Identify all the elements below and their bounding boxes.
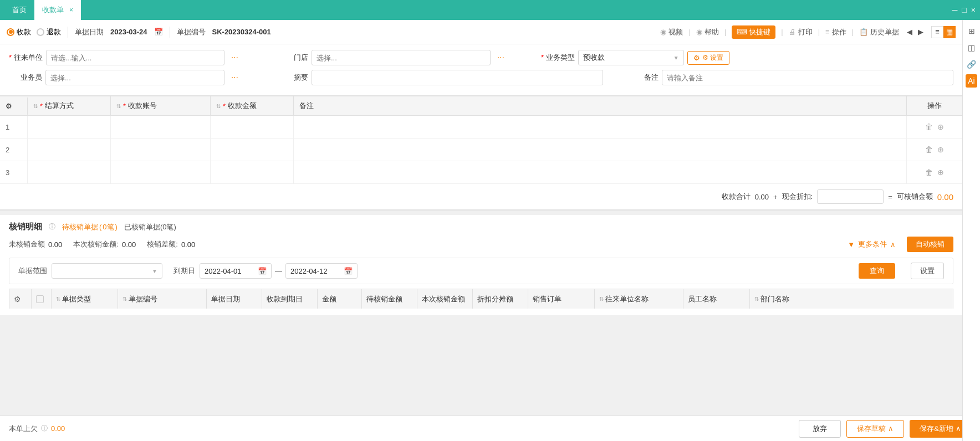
settings-button[interactable]: ⚙ ⚙ 设置 bbox=[687, 51, 729, 65]
abandon-button[interactable]: 放弃 bbox=[799, 420, 841, 438]
history-btn[interactable]: 📋 历史单据 bbox=[859, 27, 899, 37]
right-panel-table-icon[interactable]: ⊞ bbox=[966, 24, 977, 38]
diff-stat: 核销差额: 0.00 bbox=[147, 239, 195, 249]
row-1-settlement[interactable] bbox=[28, 116, 111, 138]
row-3-settlement[interactable] bbox=[28, 161, 111, 183]
bt-col-discount-label: 折扣分摊额 bbox=[477, 294, 513, 304]
row-3-remarks[interactable] bbox=[294, 161, 907, 183]
row-3-account[interactable] bbox=[111, 161, 211, 183]
done-tab[interactable]: 已核销单据(0笔) bbox=[124, 222, 176, 232]
row-2-delete-icon[interactable]: 🗑 bbox=[925, 145, 933, 154]
tab-active-receipt[interactable]: 收款单 × bbox=[34, 0, 81, 20]
bt-col-current-label: 本次核销金额 bbox=[422, 294, 465, 304]
row-3-copy-icon[interactable]: ⊕ bbox=[937, 168, 944, 177]
save-draft-caret: ∧ bbox=[888, 424, 894, 433]
row-1-amount[interactable] bbox=[211, 116, 294, 138]
right-panel-ai-icon[interactable]: Ai bbox=[966, 74, 977, 88]
set-btn[interactable]: 设置 bbox=[911, 263, 944, 279]
tab-home[interactable]: 首页 bbox=[4, 0, 34, 20]
business-type-select[interactable]: 预收款 ▼ bbox=[578, 50, 684, 65]
row-2-settlement[interactable] bbox=[28, 139, 111, 161]
start-cal-icon[interactable]: 📅 bbox=[258, 267, 267, 275]
right-panel-link-icon[interactable]: 🔗 bbox=[964, 58, 978, 71]
range-select[interactable]: ▼ bbox=[52, 263, 162, 279]
remarks-input[interactable] bbox=[662, 70, 953, 85]
row-3-delete-icon[interactable]: 🗑 bbox=[925, 168, 933, 177]
discount-input[interactable] bbox=[817, 189, 884, 204]
help-circle-icon: ◉ bbox=[696, 28, 702, 36]
col-gear[interactable]: ⚙ bbox=[0, 98, 28, 115]
row-1-account[interactable] bbox=[111, 116, 211, 138]
print-btn[interactable]: 🖨 打印 bbox=[789, 27, 813, 37]
due-date-field: 到期日 2022-04-01 📅 — 2022-04-12 📅 bbox=[173, 263, 358, 279]
row-2-remarks[interactable] bbox=[294, 139, 907, 161]
win-restore-icon[interactable]: □ bbox=[962, 6, 966, 14]
table-row: 3 🗑 ⊕ bbox=[0, 161, 962, 184]
shortcut-label: 快捷键 bbox=[749, 27, 770, 37]
right-panel-doc-icon[interactable]: ◫ bbox=[966, 41, 977, 54]
help-btn[interactable]: ◉ 帮助 bbox=[696, 27, 719, 37]
bt-col-date-label: 单据日期 bbox=[211, 294, 240, 304]
prev-icon[interactable]: ◀ bbox=[905, 27, 915, 37]
end-cal-icon[interactable]: 📅 bbox=[344, 267, 353, 275]
summary-input[interactable] bbox=[312, 70, 603, 85]
total-value: 0.00 bbox=[755, 193, 769, 201]
video-btn[interactable]: ◉ 视频 bbox=[660, 27, 683, 37]
history-icon: 📋 bbox=[859, 28, 868, 36]
verify-info-icon[interactable]: ⓘ bbox=[49, 222, 55, 232]
row-2-copy-icon[interactable]: ⊕ bbox=[937, 145, 944, 154]
win-min-icon[interactable]: ─ bbox=[952, 6, 957, 14]
this-order-label: 本单上欠 bbox=[9, 424, 38, 434]
row-2-account[interactable] bbox=[111, 139, 211, 161]
shop-label: 门店 bbox=[275, 53, 308, 63]
list-layout-btn[interactable]: ≡ bbox=[931, 26, 943, 38]
calendar-icon[interactable]: 📅 bbox=[154, 28, 163, 36]
row-2-amount[interactable] bbox=[211, 139, 294, 161]
bt-sort-2: ⇅ bbox=[122, 296, 127, 302]
bottom-info: 本单上欠 ⓘ 0.00 bbox=[9, 424, 65, 434]
auto-verify-btn[interactable]: 自动核销 bbox=[907, 237, 953, 252]
radio-refund[interactable]: 退款 bbox=[37, 27, 61, 37]
tab-close-icon[interactable]: × bbox=[69, 0, 73, 20]
row-3-amount[interactable] bbox=[211, 161, 294, 183]
next-icon[interactable]: ▶ bbox=[916, 27, 926, 37]
layout-btns: ≡ ▦ bbox=[931, 26, 956, 38]
bt-col-pending: 待核销金额 bbox=[362, 289, 417, 309]
start-date-input[interactable]: 2022-04-01 📅 bbox=[200, 263, 272, 279]
req-star-business: * bbox=[541, 53, 544, 61]
shop-more-btn[interactable]: ··· bbox=[494, 53, 508, 63]
more-conditions-btn[interactable]: ▼ 更多条件 ∧ bbox=[848, 239, 896, 249]
staff-more-btn[interactable]: ··· bbox=[228, 73, 242, 83]
current-verify-value: 0.00 bbox=[122, 240, 136, 249]
win-close-icon[interactable]: × bbox=[971, 6, 976, 14]
eq-sign: = bbox=[888, 193, 892, 201]
separator-5: | bbox=[852, 28, 854, 36]
save-draft-button[interactable]: 保存草稿 ∧ bbox=[846, 420, 904, 438]
range-label: 单据范围 bbox=[18, 266, 47, 276]
remarks-label: 备注 bbox=[625, 73, 659, 83]
counterparty-input[interactable] bbox=[46, 50, 224, 65]
staff-input[interactable] bbox=[45, 70, 224, 85]
radio-receive[interactable]: 收款 bbox=[7, 27, 31, 37]
end-date-input[interactable]: 2022-04-12 📅 bbox=[285, 263, 358, 279]
diff-value: 0.00 bbox=[181, 240, 195, 249]
row-1-delete-icon[interactable]: 🗑 bbox=[925, 122, 933, 131]
grid-layout-btn[interactable]: ▦ bbox=[943, 26, 956, 38]
bt-col-number-label: 单据编号 bbox=[129, 294, 157, 304]
staff-field: 业务员 ··· bbox=[9, 70, 242, 85]
shortcut-btn[interactable]: ⌨ 快捷键 bbox=[732, 25, 775, 39]
query-btn[interactable]: 查询 bbox=[859, 263, 895, 279]
sort-icon-2: ⇅ bbox=[116, 103, 121, 109]
toolbar: 收款 退款 单据日期 2023-03-24 📅 单据编号 SK-20230324… bbox=[0, 20, 962, 44]
operation-btn[interactable]: ≡ 操作 bbox=[825, 27, 846, 37]
bt-col-gear[interactable]: ⚙ bbox=[9, 289, 32, 309]
table-row: 1 🗑 ⊕ bbox=[0, 116, 962, 139]
row-1-copy-icon[interactable]: ⊕ bbox=[937, 122, 944, 131]
shop-input[interactable] bbox=[312, 50, 491, 65]
counterparty-more-btn[interactable]: ··· bbox=[228, 53, 242, 63]
pending-tab[interactable]: 待核销单据(0笔) bbox=[62, 222, 118, 232]
bt-checkbox[interactable] bbox=[36, 295, 44, 303]
bottom-info-icon[interactable]: ⓘ bbox=[41, 424, 48, 433]
bt-col-amount-label: 金额 bbox=[322, 294, 336, 304]
row-1-remarks[interactable] bbox=[294, 116, 907, 138]
